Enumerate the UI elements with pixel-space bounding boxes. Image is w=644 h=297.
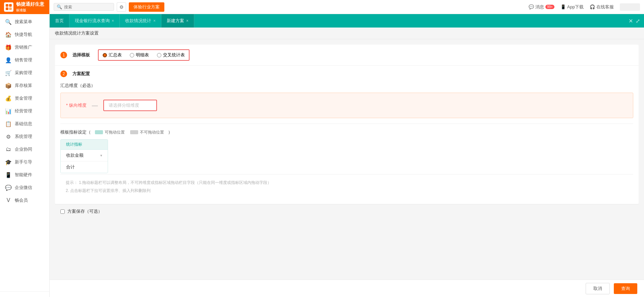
sidebar-item-hardware[interactable]: 📱智能硬件 [0,168,49,181]
config-body: 汇总维度（必选） * 纵向维度 — 请选择分组维度 模板指标设定（ [55,77,639,204]
metrics-row-receivable[interactable]: 收款金额 ▾ [61,150,108,161]
legend-fixed: 不可拖动位置 [130,130,164,135]
radio-summary[interactable]: 汇总表 [103,52,122,58]
industry-btn[interactable]: 体验行业方案 [129,2,164,12]
dimension-row: * 纵向维度 — 请选择分组维度 [66,100,628,111]
marketing-icon: 🎁 [5,44,11,50]
sidebar-item-member[interactable]: V畅会员 [0,194,49,207]
metrics-row-total: 合计 [61,161,108,173]
sidebar-item-basic[interactable]: 📋基础信息 [0,117,49,130]
sidebar-item-finance[interactable]: 💰资金管理 [0,92,49,105]
sidebar-item-sales[interactable]: 👤销售管理 [0,54,49,66]
step1-row: 1 选择模板 汇总表 明细表 交叉统计表 [55,45,639,66]
tab-close-all-btn[interactable]: ✕ [629,18,633,24]
sidebar-item-search[interactable]: 🔍搜索菜单 [0,15,49,28]
dimension-select[interactable]: 请选择分组维度 [103,100,157,111]
hint-1: 提示： 1.拖动标题栏可以调整布局，不可跨维度或指标区域拖动栏目字段（只能在同一… [66,179,628,187]
hint-2: 2. 点击标题栏下拉可设置排序、插入列和删除列 [66,187,628,195]
topbar-search-box[interactable]: 🔍 [54,3,114,11]
dimension-area: * 纵向维度 — 请选择分组维度 [60,93,633,118]
metrics-chevron-icon: ▾ [100,153,102,158]
member-icon: V [5,197,11,203]
sidebar-item-guide[interactable]: 🎓新手引导 [0,156,49,168]
sidebar-item-inventory[interactable]: 📦库存核算 [0,79,49,92]
sidebar-item-wechat[interactable]: 💬企业微信 [0,181,49,194]
tab-expand-btn[interactable]: ⤢ [636,18,640,24]
system-icon: ⚙ [5,134,11,140]
radio-summary-input[interactable] [103,53,107,57]
logo-text: 畅捷通好生意 [16,1,44,7]
config-section: 1 选择模板 汇总表 明细表 交叉统计表 [55,45,639,204]
sidebar-item-purchase[interactable]: 🛒采购管理 [0,66,49,79]
sidebar-item-label-guide: 新手引导 [15,159,32,165]
search-icon: 🔍 [57,4,62,9]
user-avatar[interactable] [620,3,640,11]
finance-icon: 💰 [5,95,11,101]
fixed-indicator [130,130,138,134]
tab-receivable[interactable]: 收款情况统计 × [120,14,161,28]
tab-cashflow[interactable]: 现金银行流水查询 × [69,14,120,28]
metrics-label: 模板指标设定（ [60,129,91,135]
sidebar-item-operation[interactable]: 📊经营管理 [0,105,49,117]
metrics-closing: ） [168,129,172,135]
query-button[interactable]: 查询 [614,283,637,294]
footer-section: 方案保存（可选） [55,204,639,218]
step2-badge: 2 [60,70,67,77]
save-label[interactable]: 方案保存（可选） [67,208,102,214]
dimension-arrow-icon: — [92,102,98,109]
logo-icon [4,2,13,12]
metrics-header: 模板指标设定（ 可拖动位置 不可拖动位置 [60,129,633,135]
radio-detail[interactable]: 明细表 [130,52,149,58]
page-header: 收款情况统计方案设置 [50,28,644,39]
enterprise-icon: 🗂 [5,146,11,152]
step1-badge: 1 [60,52,67,58]
sidebar-item-label-enterprise: 企业协同 [15,146,32,152]
settings-button[interactable]: ⚙ [117,2,126,12]
inventory-icon: 📦 [5,83,11,89]
bottom-action-bar: 取消 查询 [50,280,644,297]
wechat-icon: 💬 [5,185,11,191]
content-area: 收款情况统计方案设置 1 选择模板 汇总表 明细表 [50,28,644,297]
message-icon: 💬 [529,4,534,9]
radio-cross-label: 交叉统计表 [163,52,185,58]
save-checkbox[interactable] [60,209,65,214]
radio-detail-input[interactable] [130,53,134,57]
svg-rect-0 [6,4,8,7]
tab-home[interactable]: 首页 [50,14,69,28]
sidebar-item-label-member: 畅会员 [15,197,28,203]
sidebar-bottom [0,291,49,297]
radio-cross[interactable]: 交叉统计表 [157,52,185,58]
fixed-label: 不可拖动位置 [140,130,164,135]
metrics-table: 统计指标 收款金额 ▾ 合计 [60,139,108,173]
sidebar-item-quicknav[interactable]: 🏠快捷导航 [0,28,49,41]
download-button[interactable]: 📱 App下载 [560,4,584,10]
metrics-section: 模板指标设定（ 可拖动位置 不可拖动位置 [60,123,633,174]
service-icon: 🎧 [590,4,595,9]
sales-icon: 👤 [5,57,11,63]
tab-newplan[interactable]: 新建方案 × [161,14,194,28]
tabbar-actions: ✕ ⤢ [629,14,644,28]
tab-receivable-close[interactable]: × [153,18,156,23]
search-icon: 🔍 [5,19,11,25]
hardware-icon: 📱 [5,172,11,178]
page-body: 1 选择模板 汇总表 明细表 交叉统计表 [50,39,644,280]
topbar: 🔍 ⚙ 体验行业方案 💬 消息 99+ 📱 App下载 🎧 在线客服 [50,0,644,14]
tab-newplan-close[interactable]: × [186,18,189,23]
cancel-button[interactable]: 取消 [586,283,610,294]
sidebar-item-enterprise[interactable]: 🗂企业协同 [0,143,49,156]
service-button[interactable]: 🎧 在线客服 [590,4,614,10]
metrics-receivable-label: 收款金额 [66,152,84,158]
sidebar-item-marketing[interactable]: 🎁营销推广 [0,41,49,54]
message-button[interactable]: 💬 消息 99+ [529,4,554,10]
sidebar-edition: 标准版 [16,8,44,13]
draggable-label: 可拖动位置 [105,130,125,135]
hint-section: 提示： 1.拖动标题栏可以调整布局，不可跨维度或指标区域拖动栏目字段（只能在同一… [60,174,633,199]
page-title: 收款情况统计方案设置 [55,31,99,36]
search-input[interactable] [64,5,108,9]
draggable-indicator [95,130,103,134]
tab-cashflow-close[interactable]: × [112,18,114,23]
radio-cross-input[interactable] [157,53,161,57]
sidebar-item-system[interactable]: ⚙系统管理 [0,130,49,143]
metrics-table-body: 收款金额 ▾ 合计 [61,150,108,173]
tab-newplan-label: 新建方案 [167,18,184,24]
